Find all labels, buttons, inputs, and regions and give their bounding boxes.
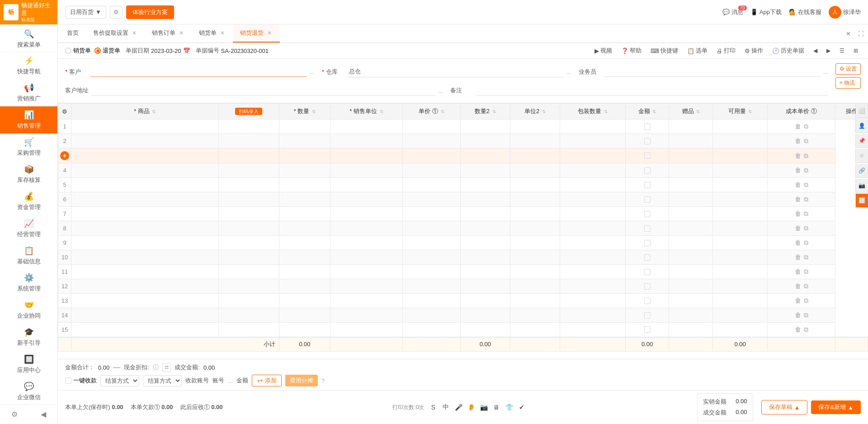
footer-icon-7[interactable]: 👕	[504, 402, 514, 413]
gift-checkbox-11[interactable]	[644, 269, 651, 275]
cost-price-cell-1[interactable]	[713, 119, 768, 134]
sales-unit-cell-14[interactable]	[279, 308, 330, 323]
unit-price-cell-4[interactable]	[330, 163, 403, 178]
sidebar-item-finance[interactable]: 💰 资金管理	[0, 188, 57, 215]
gift-cell-14[interactable]	[625, 308, 669, 323]
radio-delivery[interactable]: 销货单	[65, 47, 91, 55]
quantity-cell-8[interactable]	[218, 221, 279, 236]
gift-cell-8[interactable]	[625, 221, 669, 236]
sidebar-item-enterprise[interactable]: 🤝 企业协同	[0, 296, 57, 324]
quantity-cell-11[interactable]	[218, 265, 279, 279]
print-btn[interactable]: 🖨 打印	[714, 46, 738, 56]
account-dots[interactable]: ...	[228, 377, 233, 384]
unit2-cell-15[interactable]	[460, 323, 510, 337]
pack-qty-cell-14[interactable]	[510, 308, 560, 323]
tab-sales-order-close[interactable]: ✕	[178, 29, 184, 37]
unit-price-cell-13[interactable]	[330, 294, 403, 308]
gift-checkbox-15[interactable]	[644, 326, 651, 333]
unit2-cell-7[interactable]	[460, 207, 510, 221]
sidebar-item-purchase[interactable]: 🛒 采购管理	[0, 133, 57, 161]
salesperson-dots[interactable]: ...	[823, 68, 828, 75]
product-input-3[interactable]	[73, 152, 217, 159]
product-cell-1[interactable]	[71, 119, 219, 134]
save-draft-btn[interactable]: 保存草稿 ▲	[761, 400, 808, 414]
quantity-cell-9[interactable]	[218, 236, 279, 250]
split-help-icon[interactable]: ?	[321, 377, 325, 384]
quantity-cell-4[interactable]	[218, 163, 279, 178]
amount-cell-8[interactable]	[560, 221, 625, 236]
unit-price-cell-3[interactable]	[330, 148, 403, 163]
online-service-btn[interactable]: 💁 在线客服	[789, 8, 821, 16]
quantity2-cell-12[interactable]	[403, 279, 460, 294]
video-btn[interactable]: ▶ 视频	[592, 46, 615, 56]
pack-qty-cell-1[interactable]	[510, 119, 560, 134]
unit-price-cell-11[interactable]	[330, 265, 403, 279]
product-cell-5[interactable]	[71, 178, 219, 192]
amount-cell-6[interactable]	[560, 192, 625, 207]
amount-cell-10[interactable]	[560, 250, 625, 265]
quantity2-cell-7[interactable]	[403, 207, 460, 221]
gift-checkbox-5[interactable]	[644, 182, 651, 188]
unit-price-cell-5[interactable]	[330, 178, 403, 192]
quantity2-cell-5[interactable]	[403, 178, 460, 192]
amount-cell-3[interactable]	[560, 148, 625, 163]
delete-btn-7[interactable]: 🗑	[795, 210, 801, 218]
pack-qty-cell-5[interactable]	[510, 178, 560, 192]
unit2-cell-4[interactable]	[460, 163, 510, 178]
cost-price-cell-15[interactable]	[713, 323, 768, 337]
cost-price-cell-4[interactable]	[713, 163, 768, 178]
address-input[interactable]	[91, 86, 435, 95]
gift-cell-4[interactable]	[625, 163, 669, 178]
amount-cell-11[interactable]	[560, 265, 625, 279]
gift-cell-10[interactable]	[625, 250, 669, 265]
sort-unit2-icon[interactable]: ⇅	[542, 109, 546, 114]
unit-price-cell-2[interactable]	[330, 134, 403, 148]
next-doc-btn[interactable]: ▶	[824, 47, 833, 55]
tab-maximize-btn[interactable]: ⛶	[855, 28, 866, 39]
delete-btn-9[interactable]: 🗑	[795, 239, 801, 247]
quantity2-cell-3[interactable]	[403, 148, 460, 163]
sales-unit-cell-12[interactable]	[279, 279, 330, 294]
unit2-cell-3[interactable]	[460, 148, 510, 163]
float-btn-5[interactable]: 🔗	[855, 164, 868, 178]
gift-cell-13[interactable]	[625, 294, 669, 308]
help-btn[interactable]: ❓ 帮助	[618, 46, 644, 56]
sales-unit-cell-5[interactable]	[279, 178, 330, 192]
unit-price-cell-14[interactable]	[330, 308, 403, 323]
sidebar-settings-btn[interactable]: ⚙	[9, 408, 19, 420]
quantity-cell-7[interactable]	[218, 207, 279, 221]
float-btn-6[interactable]: 📷	[855, 179, 868, 193]
sidebar-item-shortcut[interactable]: ⚡ 快捷导航	[0, 52, 57, 79]
product-cell-2[interactable]	[71, 134, 219, 148]
product-cell-9[interactable]	[71, 236, 219, 250]
unit2-cell-12[interactable]	[460, 279, 510, 294]
sidebar-item-inventory[interactable]: 📦 库存核算	[0, 161, 57, 188]
amount-cell-5[interactable]	[560, 178, 625, 192]
tab-sales-order[interactable]: 销售订单 ✕	[145, 24, 192, 43]
unit-price-cell-8[interactable]	[330, 221, 403, 236]
copy-btn-9[interactable]: ⧉	[804, 239, 808, 247]
float-btn-3[interactable]: 📌	[855, 134, 868, 148]
gift-checkbox-2[interactable]	[644, 138, 651, 144]
unit2-cell-2[interactable]	[460, 134, 510, 148]
shortcut-btn[interactable]: ⌨ 快捷键	[648, 46, 681, 56]
amount-cell-15[interactable]	[560, 323, 625, 337]
sidebar-item-sales[interactable]: 📊 销售管理	[0, 106, 57, 133]
unit2-cell-10[interactable]	[460, 250, 510, 265]
unit-price-cell-7[interactable]	[330, 207, 403, 221]
tab-sales-return-close[interactable]: ✕	[266, 29, 273, 37]
add-logistics-btn[interactable]: + 物流	[835, 77, 861, 89]
copy-btn-11[interactable]: ⧉	[804, 268, 808, 276]
sidebar-item-basic[interactable]: 📋 基础信息	[0, 242, 57, 269]
gift-checkbox-6[interactable]	[644, 196, 651, 203]
quantity2-cell-2[interactable]	[403, 134, 460, 148]
available-cell-7[interactable]	[669, 207, 713, 221]
available-cell-3[interactable]	[669, 148, 713, 163]
gift-cell-12[interactable]	[625, 279, 669, 294]
tab-price-setting[interactable]: 售价提取设置 ✕	[86, 24, 145, 43]
cost-price-cell-3[interactable]	[713, 148, 768, 163]
scan-btn[interactable]: 扫码录入	[235, 108, 262, 115]
pack-qty-cell-13[interactable]	[510, 294, 560, 308]
unit-price-cell-1[interactable]	[330, 119, 403, 134]
cost-price-cell-6[interactable]	[713, 192, 768, 207]
